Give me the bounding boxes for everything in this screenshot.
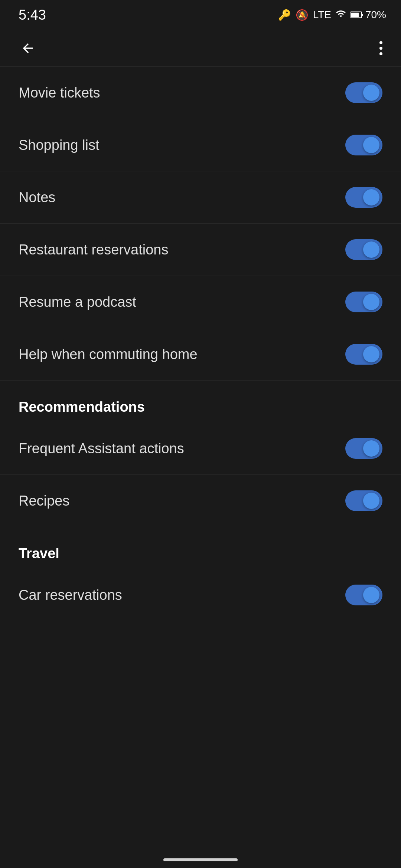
toggle-thumb [363, 493, 379, 509]
settings-item-label: Car reservations [19, 587, 122, 603]
toggle-notes[interactable] [345, 187, 382, 208]
top-nav [0, 30, 401, 67]
toggle-thumb [363, 85, 379, 101]
section-header-label: Recommendations [19, 399, 145, 415]
toggle-frequent-assistant-actions[interactable] [345, 438, 382, 459]
back-button[interactable] [15, 35, 41, 61]
status-time: 5:43 [19, 7, 46, 23]
toggle-resume-a-podcast[interactable] [345, 292, 382, 312]
toggle-thumb [363, 137, 379, 153]
dot-2 [379, 47, 382, 50]
settings-item-recipes: Recipes [0, 475, 401, 527]
settings-item-notes: Notes [0, 171, 401, 224]
settings-item-movie-tickets: Movie tickets [0, 67, 401, 119]
svg-rect-1 [362, 14, 363, 16]
home-indicator [163, 858, 238, 861]
settings-item-label: Notes [19, 190, 55, 206]
section-header-recommendations: Recommendations [0, 381, 401, 423]
toggle-shopping-list[interactable] [345, 135, 382, 155]
toggle-thumb [363, 346, 379, 362]
section-header-label: Travel [19, 546, 59, 561]
svg-rect-2 [351, 13, 359, 17]
settings-item-label: Movie tickets [19, 85, 100, 101]
toggle-thumb [363, 241, 379, 258]
toggle-car-reservations[interactable] [345, 585, 382, 605]
status-bar: 5:43 🔑 🔕 LTE 70% [0, 0, 401, 30]
more-options-button[interactable] [376, 37, 386, 59]
back-arrow-icon [19, 39, 37, 57]
settings-item-label: Help when commuting home [19, 346, 198, 362]
settings-list: Movie ticketsShopping listNotesRestauran… [0, 67, 401, 621]
settings-item-label: Restaurant reservations [19, 242, 168, 258]
settings-item-shopping-list: Shopping list [0, 119, 401, 171]
settings-item-resume-a-podcast: Resume a podcast [0, 276, 401, 328]
toggle-thumb [363, 440, 379, 457]
battery-icon: 70% [351, 9, 386, 21]
toggle-restaurant-reservations[interactable] [345, 239, 382, 260]
settings-item-label: Recipes [19, 493, 69, 509]
status-icons: 🔑 🔕 LTE 70% [278, 9, 386, 22]
settings-item-help-when-commuting-home: Help when commuting home [0, 328, 401, 381]
toggle-thumb [363, 189, 379, 206]
dot-1 [379, 41, 382, 44]
settings-item-label: Frequent Assistant actions [19, 441, 184, 457]
settings-item-label: Shopping list [19, 137, 100, 153]
settings-item-label: Resume a podcast [19, 294, 136, 310]
toggle-thumb [363, 587, 379, 603]
battery-percent: 70% [365, 9, 386, 21]
section-header-travel: Travel [0, 527, 401, 569]
toggle-movie-tickets[interactable] [345, 82, 382, 103]
settings-item-restaurant-reservations: Restaurant reservations [0, 224, 401, 276]
mute-icon: 🔕 [296, 9, 309, 21]
toggle-help-when-commuting-home[interactable] [345, 344, 382, 365]
toggle-thumb [363, 294, 379, 310]
lte-label: LTE [313, 9, 331, 21]
dot-3 [379, 52, 382, 55]
settings-item-car-reservations: Car reservations [0, 569, 401, 621]
settings-item-frequent-assistant-actions: Frequent Assistant actions [0, 423, 401, 475]
toggle-recipes[interactable] [345, 490, 382, 511]
signal-icon [336, 9, 346, 22]
key-icon: 🔑 [278, 9, 291, 21]
